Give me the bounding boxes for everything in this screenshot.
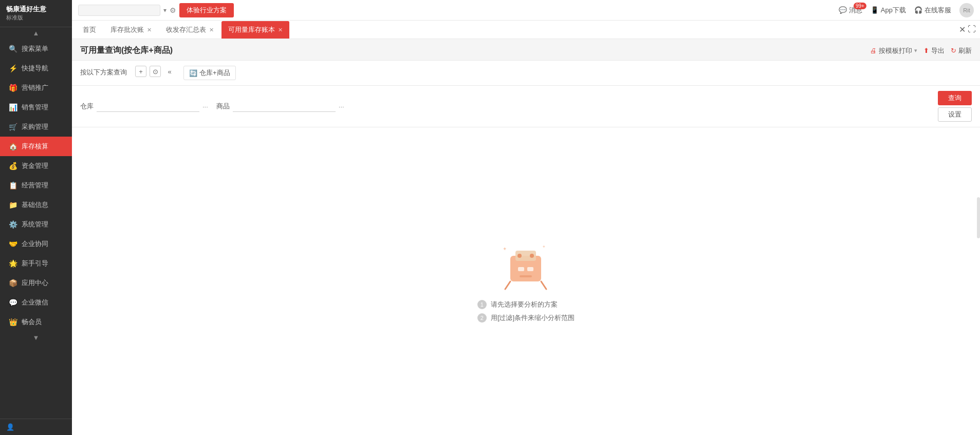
hint-text-2: 用[过滤]条件来缩小分析范围 xyxy=(491,313,575,323)
svg-text:✦: ✦ xyxy=(542,244,546,249)
tab-close-all-icon[interactable]: ✕ xyxy=(959,25,966,34)
gear-icon[interactable]: ⚙ xyxy=(170,6,176,14)
sidebar-item-label: 采购管理 xyxy=(22,122,48,131)
sidebar-scroll-down[interactable]: ▼ xyxy=(0,332,72,344)
svg-rect-4 xyxy=(518,267,524,271)
export-label: 导出 xyxy=(931,46,945,55)
sidebar-item-label: 库存核算 xyxy=(22,142,48,151)
sidebar-item-member[interactable]: 👑 畅会员 xyxy=(0,312,72,332)
sidebar-item-label: 新手引导 xyxy=(22,259,48,268)
marketing-icon: 🎁 xyxy=(8,83,17,92)
product-more-icon[interactable]: ··· xyxy=(339,103,344,110)
sidebar-item-base[interactable]: 📁 基础信息 xyxy=(0,195,72,215)
sidebar-bottom-user[interactable]: 👤 xyxy=(0,419,72,435)
scheme-label: 仓库+商品 xyxy=(199,68,230,78)
tab-close-icon[interactable]: ✕ xyxy=(209,27,214,33)
sidebar-item-finance[interactable]: 💰 资金管理 xyxy=(0,156,72,176)
sidebar-item-label: 系统管理 xyxy=(22,220,48,229)
query-button[interactable]: 查询 xyxy=(938,91,972,105)
refresh-icon: ↻ xyxy=(951,47,956,54)
message-button[interactable]: 💬 消息 99+ xyxy=(839,6,862,15)
sidebar-item-wechat[interactable]: 💬 企业微信 xyxy=(0,293,72,312)
svg-rect-5 xyxy=(527,267,533,271)
tabs-end-buttons: ✕ ⛶ xyxy=(959,25,976,34)
sidebar-item-label: 营销推广 xyxy=(22,83,48,92)
svg-rect-6 xyxy=(520,275,532,277)
tab-receipt-summary[interactable]: 收发存汇总表 ✕ xyxy=(159,21,220,39)
print-button[interactable]: 🖨 按模板打印 ▾ xyxy=(870,46,917,55)
guide-icon: 🌟 xyxy=(8,259,17,268)
sales-icon: 📊 xyxy=(8,103,17,112)
scheme-warehouse-product[interactable]: 🔄 仓库+商品 xyxy=(183,66,236,80)
tab-close-icon[interactable]: ✕ xyxy=(278,27,283,33)
sidebar-item-label: 快捷导航 xyxy=(22,64,48,73)
content-body: ✦ ✦ 1 请先选择要分析的方案 2 用[过滤]条件来缩小分析范围 xyxy=(72,127,980,435)
sidebar-item-appstore[interactable]: 📦 应用中心 xyxy=(0,273,72,293)
empty-illustration: ✦ ✦ xyxy=(500,240,551,292)
sidebar-item-guide[interactable]: 🌟 新手引导 xyxy=(0,254,72,273)
sidebar-scroll-up[interactable]: ▲ xyxy=(0,27,72,39)
appstore-icon: 📦 xyxy=(8,278,17,288)
sidebar-item-search[interactable]: 🔍 搜索菜单 xyxy=(0,39,72,59)
chevron-down-icon[interactable]: ▾ xyxy=(163,7,167,14)
tab-home-label: 首页 xyxy=(83,25,96,34)
scroll-indicator xyxy=(977,197,980,238)
scheme-settings-button[interactable]: ⊙ xyxy=(150,66,161,77)
warehouse-label: 仓库 xyxy=(80,102,94,111)
hint-num-2: 2 xyxy=(477,313,487,323)
sidebar-item-inventory[interactable]: 🏠 库存核算 xyxy=(0,137,72,156)
topbar-search-area: ▾ ⚙ 体验行业方案 xyxy=(78,3,835,17)
content-header: 可用量查询(按仓库+商品) 🖨 按模板打印 ▾ ⬆ 导出 ↻ 刷新 xyxy=(72,39,980,61)
svg-point-2 xyxy=(517,254,522,258)
sidebar-item-purchase[interactable]: 🛒 采购管理 xyxy=(0,117,72,137)
search-input[interactable] xyxy=(78,5,160,16)
tab-batch-account[interactable]: 库存批次账 ✕ xyxy=(104,21,158,39)
sidebar-item-label: 销售管理 xyxy=(22,103,48,112)
topbar: ▾ ⚙ 体验行业方案 💬 消息 99+ 📱 App下载 🎧 在线客服 Rit xyxy=(72,0,980,21)
scheme-icon: 🔄 xyxy=(189,69,197,77)
wechat-icon: 💬 xyxy=(8,298,17,307)
trial-industry-button[interactable]: 体验行业方案 xyxy=(179,3,234,17)
scheme-add-button[interactable]: + xyxy=(135,66,146,77)
warehouse-more-icon[interactable]: ··· xyxy=(202,103,208,110)
system-icon: ⚙️ xyxy=(8,220,17,229)
export-button[interactable]: ⬆ 导出 xyxy=(923,46,945,55)
product-label: 商品 xyxy=(216,102,230,111)
tab-close-icon[interactable]: ✕ xyxy=(147,27,152,33)
sidebar-item-operations[interactable]: 📋 经营管理 xyxy=(0,176,72,195)
service-label: 在线客服 xyxy=(924,6,951,15)
inventory-icon: 🏠 xyxy=(8,142,17,151)
content-header-right: 🖨 按模板打印 ▾ ⬆ 导出 ↻ 刷新 xyxy=(870,46,972,55)
app-download-button[interactable]: 📱 App下载 xyxy=(871,6,906,15)
tab-expand-icon[interactable]: ⛶ xyxy=(968,25,976,34)
sidebar-item-quicknav[interactable]: ⚡ 快捷导航 xyxy=(0,59,72,78)
search-icon: 🔍 xyxy=(8,44,17,53)
refresh-button[interactable]: ↻ 刷新 xyxy=(951,46,972,55)
sidebar-item-label: 应用中心 xyxy=(22,278,48,288)
scheme-collapse-button[interactable]: « xyxy=(164,66,175,77)
sidebar-item-system[interactable]: ⚙️ 系统管理 xyxy=(0,215,72,234)
refresh-label: 刷新 xyxy=(958,46,972,55)
phone-icon: 📱 xyxy=(871,6,879,14)
sidebar-item-enterprise[interactable]: 🤝 企业协同 xyxy=(0,234,72,254)
finance-icon: 💰 xyxy=(8,161,17,171)
tab-receipt-summary-label: 收发存汇总表 xyxy=(166,25,206,34)
online-service-button[interactable]: 🎧 在线客服 xyxy=(914,6,951,15)
avatar[interactable]: Rit xyxy=(959,3,974,17)
sidebar-item-sales[interactable]: 📊 销售管理 xyxy=(0,98,72,117)
sidebar-item-marketing[interactable]: 🎁 营销推广 xyxy=(0,78,72,98)
warehouse-input[interactable] xyxy=(97,101,199,112)
sidebar-item-label: 资金管理 xyxy=(22,161,48,171)
enterprise-icon: 🤝 xyxy=(8,239,17,249)
settings-small-button[interactable]: 设置 xyxy=(938,107,972,122)
tab-available-ledger[interactable]: 可用量库存账本 ✕ xyxy=(221,21,289,39)
product-input[interactable] xyxy=(233,101,336,112)
export-icon: ⬆ xyxy=(923,47,929,54)
svg-text:✦: ✦ xyxy=(503,246,507,252)
edition-label: 标准版 xyxy=(6,14,66,22)
user-name: Rit xyxy=(963,7,970,13)
tabs-bar: 首页 库存批次账 ✕ 收发存汇总表 ✕ 可用量库存账本 ✕ ✕ ⛶ xyxy=(72,21,980,39)
tab-home[interactable]: 首页 xyxy=(76,21,103,39)
print-chevron-icon[interactable]: ▾ xyxy=(914,47,917,54)
message-badge: 99+ xyxy=(854,3,866,9)
